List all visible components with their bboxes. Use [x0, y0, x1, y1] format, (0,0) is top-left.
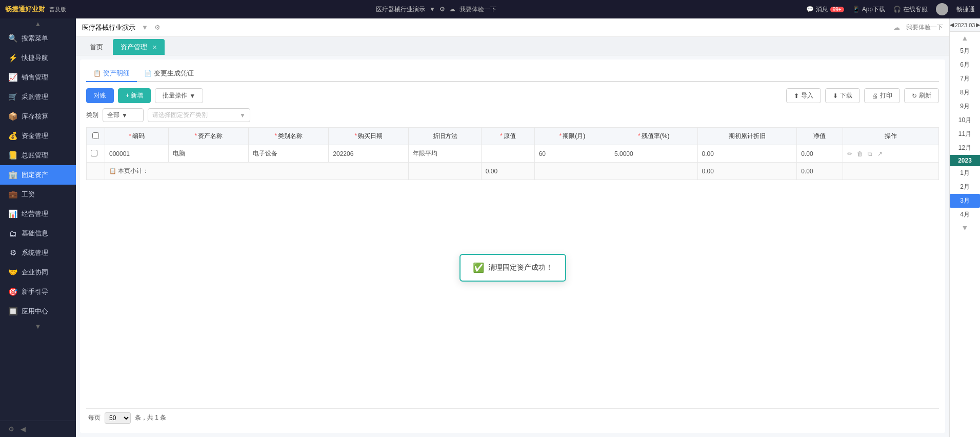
sidebar-item-basic-info[interactable]: 🗂 基础信息: [0, 224, 76, 243]
per-page-select[interactable]: 50 10 20 100: [105, 412, 131, 424]
sidebar-label-wages: 工资: [22, 190, 35, 199]
download-btn[interactable]: ⬇ 下载: [825, 88, 860, 103]
sidebar-item-system[interactable]: ⚙ 系统管理: [0, 243, 76, 263]
sidebar-item-fund[interactable]: 💰 资金管理: [0, 126, 76, 146]
sidebar-item-quick-nav[interactable]: ⚡ 快捷导航: [0, 48, 76, 68]
app-download-btn[interactable]: 📱 App下载: [852, 5, 885, 14]
tab-asset-mgmt[interactable]: 资产管理 ✕: [113, 39, 165, 55]
category-search-arrow: ▼: [239, 112, 246, 119]
calendar-month-12[interactable]: 12月: [950, 141, 980, 155]
calendar-month-4[interactable]: 4月: [950, 208, 980, 222]
calendar-month-1[interactable]: 1月: [950, 166, 980, 180]
sidebar-scroll-down[interactable]: ▼: [0, 321, 76, 331]
more-icon[interactable]: ↗: [877, 150, 883, 157]
print-btn[interactable]: 🖨 打印: [864, 88, 900, 103]
message-icon: 💬: [806, 6, 814, 13]
category-search-input[interactable]: 请选择固定资产类别 ▼: [148, 108, 250, 122]
expand-right-icon[interactable]: ▶: [976, 22, 980, 28]
calendar-month-9[interactable]: 9月: [950, 100, 980, 113]
toast-check-icon: ✅: [473, 262, 484, 273]
select-all-checkbox[interactable]: [92, 132, 99, 139]
col-initial-depreciation: 期初累计折旧: [697, 128, 797, 145]
experience-btn[interactable]: 我要体验一下: [906, 23, 943, 32]
cell-original-value: [481, 145, 534, 163]
app-download-label: App下载: [862, 5, 885, 14]
company-dropdown-icon[interactable]: ▼: [429, 6, 435, 13]
tab-bar: 首页 资产管理 ✕: [76, 37, 949, 55]
sidebar-item-fixed-assets[interactable]: 🏢 固定资产: [0, 165, 76, 185]
app-center-icon: 🔲: [8, 307, 17, 316]
delete-icon[interactable]: 🗑: [857, 150, 863, 157]
right-panel: ◀ 2023.03 ▶ ▲ 5月 6月 7月 8月 9月 10月 11月 12月…: [949, 18, 980, 437]
sidebar-item-guide[interactable]: 🎯 新手引导: [0, 282, 76, 302]
category-type-select[interactable]: 全部 ▼: [103, 108, 144, 122]
refresh-btn-label: 刷新: [919, 91, 931, 100]
sidebar-item-purchase[interactable]: 🛒 采购管理: [0, 87, 76, 107]
user-avatar[interactable]: [936, 3, 948, 15]
sidebar-bottom: ⚙ ◀: [0, 421, 76, 437]
cell-depreciation-method: 年限平均: [409, 145, 482, 163]
calendar-header-label: 2023.03: [955, 22, 975, 28]
inner-tab-change-voucher[interactable]: 📄 变更生成凭证: [137, 66, 201, 82]
copy-icon[interactable]: ⧉: [868, 150, 872, 157]
sidebar-item-operations[interactable]: 📊 经营管理: [0, 204, 76, 224]
calendar-month-5[interactable]: 5月: [950, 44, 980, 58]
experience-label[interactable]: 我要体验一下: [459, 5, 496, 14]
company-name: 医疗器械行业演示: [376, 5, 425, 14]
company-selector[interactable]: 医疗器械行业演示 ▼ ⚙ ☁ 我要体验一下: [376, 5, 496, 14]
online-service-btn[interactable]: 🎧 在线客服: [893, 5, 928, 14]
sidebar-label-purchase: 采购管理: [22, 92, 48, 102]
calendar-up-arrow[interactable]: ▲: [959, 32, 971, 44]
sidebar-scroll-up[interactable]: ▲: [0, 18, 76, 29]
subtotal-residual: [610, 163, 698, 180]
cell-residual-rate: 5.0000: [610, 145, 698, 163]
cell-initial-depreciation: 0.00: [697, 145, 797, 163]
message-btn[interactable]: 💬 消息 99+: [806, 5, 844, 14]
sidebar-label-ledger: 总账管理: [22, 151, 48, 160]
sidebar-settings-icon[interactable]: ⚙: [8, 425, 14, 433]
settings-icon[interactable]: ⚙: [439, 6, 445, 13]
edit-icon[interactable]: ✏: [847, 150, 852, 157]
new-btn[interactable]: + 新增: [118, 88, 151, 103]
sidebar-item-enterprise[interactable]: 🤝 企业协同: [0, 263, 76, 282]
new-btn-label: + 新增: [126, 91, 143, 100]
calendar-month-3[interactable]: 3月: [950, 194, 980, 208]
sidebar-item-search[interactable]: 🔍 搜索菜单: [0, 29, 76, 48]
sidebar-label-operations: 经营管理: [22, 209, 48, 218]
calendar-month-11[interactable]: 11月: [950, 127, 980, 141]
inner-tab-asset-detail[interactable]: 📋 资产明细: [86, 66, 137, 82]
sidebar-item-sales[interactable]: 📈 销售管理: [0, 68, 76, 87]
calendar-month-2[interactable]: 2月: [950, 180, 980, 194]
calendar-month-6[interactable]: 6月: [950, 58, 980, 72]
sidebar-item-app-center[interactable]: 🔲 应用中心: [0, 302, 76, 321]
sub-gear-icon[interactable]: ⚙: [154, 24, 161, 31]
phone-icon: 📱: [852, 6, 860, 13]
expand-left-icon[interactable]: ◀: [950, 22, 954, 28]
refresh-btn[interactable]: ↻ 刷新: [904, 88, 939, 103]
calendar-month-8[interactable]: 8月: [950, 86, 980, 100]
row-checkbox[interactable]: [87, 145, 105, 163]
print-btn-label: 打印: [880, 91, 892, 100]
fixed-assets-icon: 🏢: [8, 170, 17, 180]
subtotal-original: 0.00: [481, 163, 534, 180]
sidebar-label-fixed-assets: 固定资产: [22, 170, 48, 180]
table-checkbox-col: [87, 128, 105, 145]
calendar-month-10[interactable]: 10月: [950, 113, 980, 127]
row-select-checkbox[interactable]: [91, 150, 97, 156]
tab-close-icon[interactable]: ✕: [152, 44, 157, 50]
calendar-down-arrow[interactable]: ▼: [959, 222, 971, 234]
batch-btn[interactable]: 批量操作 ▼: [155, 88, 203, 103]
company-dropdown-icon2[interactable]: ▼: [142, 24, 148, 31]
subtotal-depreciation-method: [409, 163, 482, 180]
import-btn[interactable]: ⬆ 导入: [786, 88, 821, 103]
subtotal-period: [534, 163, 610, 180]
sidebar-item-ledger[interactable]: 📒 总账管理: [0, 146, 76, 165]
sidebar-item-inventory[interactable]: 📦 库存核算: [0, 107, 76, 126]
category-search-placeholder: 请选择固定资产类别: [152, 111, 208, 120]
calendar-month-7[interactable]: 7月: [950, 72, 980, 86]
sidebar-item-wages[interactable]: 💼 工资: [0, 185, 76, 204]
experience-icon: ☁: [449, 6, 455, 13]
tab-home[interactable]: 首页: [82, 39, 111, 55]
reconcile-btn[interactable]: 对账: [86, 88, 114, 103]
sidebar-collapse-icon[interactable]: ◀: [21, 425, 26, 433]
